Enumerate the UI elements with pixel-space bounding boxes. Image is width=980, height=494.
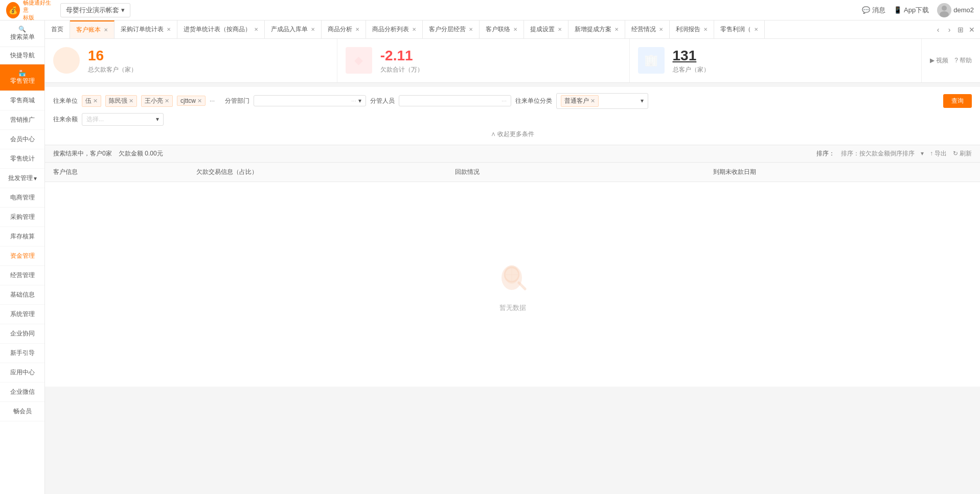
sidebar-nav-quicklinks[interactable]: 快捷导航 [0, 47, 44, 64]
sidebar-search[interactable]: 🔍 搜索菜单 [0, 20, 44, 47]
close-tab-icon[interactable]: ✕ [254, 27, 258, 32]
close-tab-icon[interactable]: ✕ [703, 27, 708, 32]
tab-home[interactable]: 首页 [45, 20, 70, 39]
close-tab-icon[interactable]: ✕ [614, 27, 619, 32]
tab-left-arrow[interactable]: ‹ [933, 25, 943, 35]
close-tab-icon[interactable]: ✕ [754, 27, 758, 32]
sidebar-item-new-guide[interactable]: 新手引导 [0, 344, 44, 363]
close-tab-icon[interactable]: ✕ [513, 27, 517, 32]
remove-tag-3[interactable]: ✕ [165, 98, 169, 104]
sidebar-item-sys-mgmt[interactable]: 系统管理 [0, 305, 44, 324]
sort-label: 排序： [816, 149, 835, 158]
export-icon: ↑ [930, 150, 933, 157]
close-tab-icon[interactable]: ✕ [167, 27, 171, 32]
svg-point-0 [942, 6, 947, 11]
tab-product-analysis-list[interactable]: 商品分析列表 ✕ [366, 20, 423, 39]
remove-tag-1[interactable]: ✕ [93, 98, 98, 104]
video-help-btn[interactable]: ▶ 视频 [930, 56, 948, 65]
retail-mgmt-icon: 🏪 [0, 70, 44, 77]
close-tab-icon[interactable]: ✕ [659, 27, 663, 32]
tab-purchase-order-stats[interactable]: 采购订单统计表 ✕ [115, 20, 177, 39]
filter-classify-tag: 普通客户 ✕ [561, 95, 599, 107]
tab-customer-ledger[interactable]: 客户账本 ✕ [70, 20, 115, 39]
filter-balance-select[interactable]: 选择... ▾ [82, 113, 164, 126]
user-avatar-btn[interactable]: demo2 [937, 3, 974, 17]
remove-classify-tag[interactable]: ✕ [590, 98, 595, 104]
sidebar-item-ecommerce[interactable]: 电商管理 [0, 188, 44, 208]
tab-ops-status[interactable]: 经营情况 ✕ [625, 20, 670, 39]
store-selector[interactable]: 母婴行业演示帐套 ▾ [60, 3, 130, 17]
close-tab-icon[interactable]: ✕ [412, 27, 416, 32]
empty-icon [492, 256, 533, 297]
message-icon: 💬 [862, 6, 870, 14]
sidebar-item-retail-shop[interactable]: 零售商城 [0, 91, 44, 110]
stat-value-debt: -2.11 [380, 47, 423, 64]
filter-row-1: 往来单位 伍 ✕ 陈民强 ✕ 王小亮 ✕ cjttcw [53, 93, 972, 109]
filter-tag-unit-2: 陈民强 ✕ [105, 95, 137, 107]
filter-label-classify: 往来单位分类 [515, 97, 552, 105]
top-bar: 💰 畅捷通好生意 标版 母婴行业演示帐套 ▾ 💬 消息 📱 App下载 demo… [0, 0, 980, 20]
sidebar-item-vip-member[interactable]: 畅会员 [0, 402, 44, 421]
stat-text-debt: -2.11 欠款合计（万） [380, 47, 423, 74]
query-button[interactable]: 查询 [943, 94, 972, 108]
chevron-down-classify-icon: ▾ [641, 97, 644, 104]
close-tab-icon[interactable]: ✕ [104, 27, 108, 33]
download-icon: 📱 [894, 6, 902, 14]
sidebar-item-retail-stats[interactable]: 零售统计 [0, 149, 44, 169]
svg-point-1 [940, 11, 949, 17]
sidebar-item-ops-mgmt[interactable]: 经营管理 [0, 266, 44, 285]
filter-row-2: 往来余额 选择... ▾ [53, 113, 972, 126]
tab-purchase-goods-stats[interactable]: 进货单统计表（按商品） ✕ [177, 20, 265, 39]
sidebar-item-purchase-mgmt[interactable]: 采购管理 [0, 208, 44, 227]
filter-label-unit: 往来单位 [53, 97, 78, 105]
tab-customer-contact[interactable]: 客户联络 ✕ [480, 20, 524, 39]
sort-chevron-icon: ▾ [921, 150, 924, 157]
stat-label-debt: 欠款合计（万） [380, 65, 423, 74]
logo-icon: 💰 [6, 2, 20, 18]
stat-card-total-debt: ◆ -2.11 欠款合计（万） [337, 39, 630, 82]
tab-retail-profit[interactable]: 零售利润（ ✕ [714, 20, 765, 39]
message-btn[interactable]: 💬 消息 [862, 6, 885, 15]
sidebar-item-enterprise-wechat[interactable]: 企业微信 [0, 383, 44, 402]
tab-customer-segment[interactable]: 客户分层经营 ✕ [423, 20, 480, 39]
sidebar-item-app-center[interactable]: 应用中心 [0, 363, 44, 383]
remove-tag-2[interactable]: ✕ [129, 98, 133, 104]
tab-expand-icon[interactable]: ⊞ [955, 25, 966, 35]
filter-person-select[interactable]: ··· [399, 95, 511, 106]
tab-profit-report[interactable]: 利润报告 ✕ [670, 20, 714, 39]
stat-text-total-clients: 131 总客户（家） [673, 47, 710, 74]
tab-product-inbound[interactable]: 产成品入库单 ✕ [265, 20, 322, 39]
sidebar-item-retail-mgmt[interactable]: 🏪 零售管理 [0, 64, 44, 91]
sidebar-item-wholesale-mgmt[interactable]: 批发管理 ▾ [0, 169, 44, 188]
sidebar-item-basic-info[interactable]: 基础信息 [0, 285, 44, 305]
collapse-button[interactable]: ∧ 收起更多条件 [491, 130, 534, 139]
close-tab-icon[interactable]: ✕ [311, 27, 315, 32]
sidebar-item-enterprise-collab[interactable]: 企业协同 [0, 324, 44, 344]
empty-state: 暂无数据 [492, 226, 533, 343]
tab-add-commission-plan[interactable]: 新增提成方案 ✕ [568, 20, 625, 39]
tab-product-analysis[interactable]: 商品分析 ✕ [322, 20, 366, 39]
empty-text: 暂无数据 [499, 303, 526, 312]
close-tab-icon[interactable]: ✕ [469, 27, 473, 32]
remove-tag-4[interactable]: ✕ [197, 98, 202, 104]
search-icon: 🔍 [0, 26, 44, 33]
result-info: 搜索结果中，客户0家 欠款金额 0.00元 [53, 149, 163, 158]
sidebar-item-inventory[interactable]: 库存核算 [0, 227, 44, 246]
top-right-actions: ▶ 视频 ? 帮助 [922, 39, 980, 82]
close-tab-icon[interactable]: ✕ [355, 27, 359, 32]
sidebar-item-capital-mgmt[interactable]: 资金管理 [0, 246, 44, 266]
close-tab-icon[interactable]: ✕ [558, 27, 562, 32]
refresh-btn[interactable]: ↻ 刷新 [953, 149, 972, 158]
sidebar-item-member-center[interactable]: 会员中心 [0, 130, 44, 149]
app-download-btn[interactable]: 📱 App下载 [894, 6, 929, 15]
refresh-icon: ↻ [953, 150, 958, 157]
filter-classify-select[interactable]: 普通客户 ✕ ▾ [556, 93, 648, 109]
tab-right-arrow[interactable]: › [944, 25, 954, 35]
export-btn[interactable]: ↑ 导出 [930, 149, 947, 158]
filter-dept-select[interactable]: ··· ▾ [254, 95, 366, 106]
help-btn[interactable]: ? 帮助 [954, 56, 972, 65]
sidebar-item-marketing[interactable]: 营销推广 [0, 110, 44, 130]
tab-close-all-icon[interactable]: ✕ [967, 25, 977, 35]
tab-commission-settings[interactable]: 提成设置 ✕ [524, 20, 568, 39]
filter-tag-more[interactable]: ··· [210, 97, 215, 104]
